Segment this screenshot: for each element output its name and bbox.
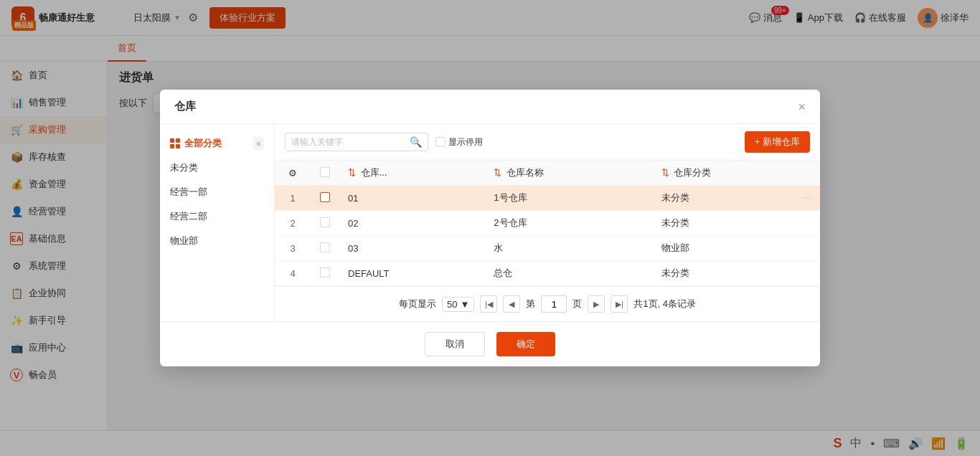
category-item-property[interactable]: 物业部 xyxy=(160,229,274,253)
modal-body: 全部分类 « 未分类 经营一部 经营二部 物业部 xyxy=(160,124,820,321)
all-category-label: 全部分类 xyxy=(184,137,222,150)
page-summary: 共1页, 4条记录 xyxy=(633,298,696,310)
col-category[interactable]: ⇅ 仓库分类 xyxy=(653,161,820,186)
row-category: 物业部 xyxy=(653,236,820,261)
page-next-btn[interactable]: ▶ xyxy=(588,295,605,313)
search-input[interactable] xyxy=(291,137,407,147)
modal-title: 仓库 xyxy=(174,100,196,113)
row-category: 未分类··· xyxy=(653,186,820,211)
row-name: 总仓 xyxy=(485,261,652,286)
table-header-row: ⚙ ⇅ 仓库... ⇅ xyxy=(275,161,820,186)
cancel-btn[interactable]: 取消 xyxy=(425,332,485,356)
row-num: 3 xyxy=(275,236,311,261)
col-code[interactable]: ⇅ 仓库... xyxy=(339,161,485,186)
select-arrow: ▼ xyxy=(460,299,469,310)
row-checkbox[interactable] xyxy=(311,261,339,286)
show-disabled-text: 显示停用 xyxy=(448,136,483,148)
row-num: 2 xyxy=(275,211,311,236)
page-end-label: 页 xyxy=(573,298,582,310)
page-first-btn[interactable]: |◀ xyxy=(480,295,497,313)
row-code: 03 xyxy=(339,236,485,261)
page-prev-btn[interactable]: ◀ xyxy=(503,295,520,313)
row-name: 2号仓库 xyxy=(485,211,652,236)
row-num: 4 xyxy=(275,261,311,286)
row-checkbox[interactable] xyxy=(311,186,339,211)
show-disabled-checkbox[interactable] xyxy=(435,137,446,147)
row-category: 未分类 xyxy=(653,261,820,286)
row-code: 01 xyxy=(339,186,485,211)
collapse-panel-btn[interactable]: « xyxy=(253,137,264,150)
row-checkbox[interactable] xyxy=(311,236,339,261)
row-name: 1号仓库 xyxy=(485,186,652,211)
category-item-uncategorized[interactable]: 未分类 xyxy=(160,156,274,180)
table-toolbar: 🔍 显示停用 + 新增仓库 xyxy=(275,124,820,161)
table-row[interactable]: 2 02 2号仓库 未分类 xyxy=(275,211,820,236)
table-panel: 🔍 显示停用 + 新增仓库 ⚙ xyxy=(275,124,820,321)
row-code: DEFAULT xyxy=(339,261,485,286)
category-item-ops2[interactable]: 经营二部 xyxy=(160,204,274,229)
col-settings: ⚙ xyxy=(275,161,311,186)
add-warehouse-btn[interactable]: + 新增仓库 xyxy=(745,131,810,153)
modal-header: 仓库 × xyxy=(160,90,820,124)
per-page-label: 每页显示 xyxy=(399,298,436,310)
warehouse-modal: 仓库 × 全部分类 « 未分类 经营一部 xyxy=(160,90,820,366)
search-icon[interactable]: 🔍 xyxy=(410,136,422,148)
grid-icon xyxy=(170,138,180,148)
sort-icon: ⇅ xyxy=(348,167,356,178)
row-code: 02 xyxy=(339,211,485,236)
page-label: 第 xyxy=(526,298,535,310)
category-panel: 全部分类 « 未分类 经营一部 经营二部 物业部 xyxy=(160,124,275,321)
modal-overlay: 仓库 × 全部分类 « 未分类 经营一部 xyxy=(0,0,980,456)
table-row[interactable]: 3 03 水 物业部 xyxy=(275,236,820,261)
table-row[interactable]: 1 01 1号仓库 未分类··· xyxy=(275,186,820,211)
search-wrap: 🔍 xyxy=(285,133,428,151)
row-checkbox[interactable] xyxy=(311,211,339,236)
pagination-row: 每页显示 50 ▼ |◀ ◀ 第 页 ▶ ▶| 共1页, 4条记录 xyxy=(275,286,820,321)
ok-btn[interactable]: 确定 xyxy=(496,332,555,356)
sort-icon-name: ⇅ xyxy=(494,167,501,178)
table-row[interactable]: 4 DEFAULT 总仓 未分类 xyxy=(275,261,820,286)
modal-footer: 取消 确定 xyxy=(160,321,820,366)
col-name[interactable]: ⇅ 仓库名称 xyxy=(485,161,652,186)
all-category-item[interactable]: 全部分类 « xyxy=(160,131,274,156)
page-input[interactable] xyxy=(541,295,567,313)
select-all-checkbox[interactable] xyxy=(320,167,330,177)
page-last-btn[interactable]: ▶| xyxy=(611,295,628,313)
show-disabled-label[interactable]: 显示停用 xyxy=(435,136,483,148)
data-table: ⚙ ⇅ 仓库... ⇅ xyxy=(275,161,820,286)
row-num: 1 xyxy=(275,186,311,211)
col-checkbox xyxy=(311,161,339,186)
row-name: 水 xyxy=(485,236,652,261)
settings-col-icon: ⚙ xyxy=(288,168,297,179)
modal-close-btn[interactable]: × xyxy=(798,100,806,113)
sort-icon-cat: ⇅ xyxy=(661,167,669,178)
category-item-ops1[interactable]: 经营一部 xyxy=(160,180,274,204)
row-category: 未分类 xyxy=(653,211,820,236)
per-page-select[interactable]: 50 ▼ xyxy=(442,297,474,312)
